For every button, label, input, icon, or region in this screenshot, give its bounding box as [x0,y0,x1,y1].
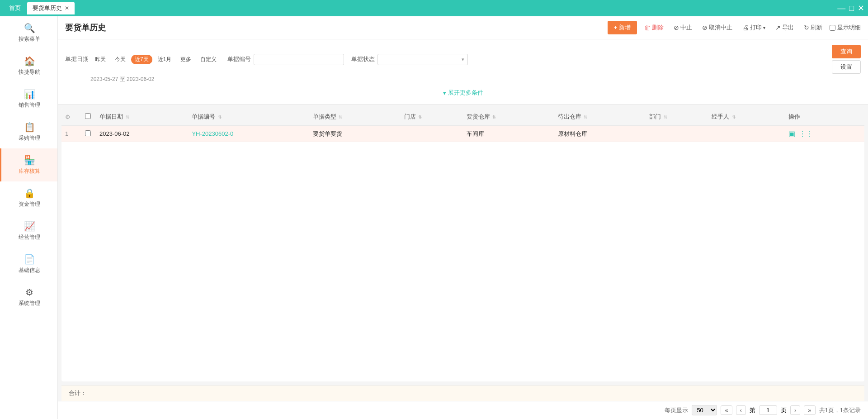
docstatus-select[interactable] [377,54,468,65]
print-icon: 🖨 [742,24,749,31]
export-button[interactable]: ↗ 导出 [773,22,797,33]
ops-icon: 📈 [24,221,35,232]
date-range-display: 2023-05-27 至 2023-06-02 [65,76,861,83]
shortcut-custom[interactable]: 自定义 [197,55,220,64]
shortcut-1month[interactable]: 近1月 [154,55,175,64]
next-page-btn[interactable]: › [790,405,800,415]
tab-close-icon[interactable]: ✕ [65,5,69,11]
col-req-warehouse[interactable]: 要货仓库 ⇅ [463,108,554,126]
col-settings[interactable]: ⚙ [61,108,80,126]
docstatus-filter-group: 单据状态 [351,54,468,65]
sys-mgmt-icon: ⚙ [25,287,33,298]
table-row: 1 2023-06-02 YH-20230602-0 要货单要货 车间库 原材料… [61,126,864,142]
tab-home[interactable]: 首页 [4,2,26,14]
purchase-icon: 📋 [24,122,35,133]
sales-icon: 📊 [24,89,35,100]
page-header: 要货单历史 + 新增 🗑 删除 ⊘ 中止 ⊘ 取消中止 🖨 [58,16,868,39]
docno-filter-label: 单据编号 [227,55,251,63]
settings-button[interactable]: 设置 [832,60,861,74]
date-filter-label: 单据日期 [65,55,89,63]
col-action: 操作 [785,108,864,126]
col-store[interactable]: 门店 ⇅ [401,108,463,126]
filter-actions: 查询 设置 [832,45,861,74]
print-dropdown-icon: ▾ [763,25,765,30]
row-checkbox[interactable] [85,130,91,136]
sidebar-item-basic-info[interactable]: 📄 基础信息 [0,248,57,281]
export-icon: ↗ [775,24,781,31]
shortcut-today[interactable]: 今天 [111,55,129,64]
sidebar-item-purchase-mgmt[interactable]: 📋 采购管理 [0,115,57,148]
sidebar-item-sales-mgmt[interactable]: 📊 销售管理 [0,82,57,115]
home-icon: 🏠 [24,56,35,67]
page-label: 第 [750,406,755,414]
filter-bar: 单据日期 昨天 今天 近7天 近1月 更多 自定义 单据编号 [58,39,868,105]
tab-requisition-history[interactable]: 要货单历史 ✕ [27,2,75,14]
last-page-btn[interactable]: » [804,405,815,415]
col-pending-warehouse[interactable]: 待出仓库 ⇅ [554,108,646,126]
sidebar-item-quick-nav[interactable]: 🏠 快捷导航 [0,49,57,82]
docstatus-select-wrapper [377,54,468,65]
refresh-button[interactable]: ↻ 刷新 [801,22,825,33]
window-controls: — □ ✕ [837,3,864,13]
refresh-icon: ↻ [804,24,809,31]
search-menu-icon: 🔍 [24,23,35,33]
display-detail-checkbox[interactable] [830,25,835,31]
query-button[interactable]: 查询 [832,45,861,58]
col-checkbox [80,108,96,126]
print-button[interactable]: 🖨 打印 ▾ [740,22,768,33]
top-bar: 首页 要货单历史 ✕ — □ ✕ [0,0,868,16]
filter-row: 单据日期 昨天 今天 近7天 近1月 更多 自定义 单据编号 [65,45,861,74]
data-table: ⚙ 单据日期 ⇅ 单据编号 ⇅ 单据类型 ⇅ 门店 ⇅ 要货仓库 ⇅ 待出仓库 … [61,108,864,142]
minimize-icon[interactable]: — [837,4,845,13]
doc-no-link[interactable]: YH-20230602-0 [192,130,233,137]
page-title: 要货单历史 [65,22,106,33]
col-handler[interactable]: 经手人 ⇅ [708,108,785,126]
row-checkbox-cell [80,126,96,142]
shortcut-7days[interactable]: 近7天 [131,55,152,64]
docno-input[interactable] [254,54,344,65]
view-action-icon[interactable]: ▣ [788,129,795,138]
expand-more-btn[interactable]: ▾ 展开更多条件 [65,87,861,99]
new-button[interactable]: + 新增 [608,21,637,34]
col-doc-no[interactable]: 单据编号 ⇅ [188,108,309,126]
shortcut-yesterday[interactable]: 昨天 [91,55,109,64]
sidebar-item-sys-mgmt[interactable]: ⚙ 系统管理 [0,281,57,314]
main-layout: 🔍 搜索菜单 🏠 快捷导航 📊 销售管理 📋 采购管理 🏪 库存核算 🔒 资金管… [0,16,868,419]
inventory-icon: 🏪 [24,155,35,166]
cell-doc-date: 2023-06-02 [96,126,188,142]
col-doc-date[interactable]: 单据日期 ⇅ [96,108,188,126]
total-label: 合计： [69,389,86,397]
stop-icon: ⊘ [674,24,679,31]
select-all-checkbox[interactable] [85,113,91,119]
row-num: 1 [61,126,80,142]
first-page-btn[interactable]: « [721,405,732,415]
more-action-icon[interactable]: ⋮⋮ [799,129,813,138]
close-icon[interactable]: ✕ [858,3,864,13]
delete-icon: 🗑 [644,24,651,31]
cell-req-warehouse: 车间库 [463,126,554,142]
sidebar-item-search-menu[interactable]: 🔍 搜索菜单 [0,16,57,49]
shortcut-more[interactable]: 更多 [177,55,195,64]
basic-info-icon: 📄 [24,254,35,265]
finance-icon: 🔒 [24,188,35,199]
page-size-select[interactable]: 50 20 100 [692,405,717,415]
page-input[interactable] [759,405,777,415]
col-doc-type[interactable]: 单据类型 ⇅ [309,108,401,126]
total-info: 共1页，1条记录 [819,406,861,414]
display-detail-toggle[interactable]: 显示明细 [830,24,861,32]
sidebar-item-ops-mgmt[interactable]: 📈 经营管理 [0,214,57,248]
table-body: 1 2023-06-02 YH-20230602-0 要货单要货 车间库 原材料… [61,126,864,142]
date-shortcuts: 昨天 今天 近7天 近1月 更多 自定义 [91,55,220,64]
cancel-stop-button[interactable]: ⊘ 取消中止 [699,22,735,33]
prev-page-btn[interactable]: ‹ [736,405,746,415]
maximize-icon[interactable]: □ [849,4,854,13]
sidebar-item-inventory[interactable]: 🏪 库存核算 [0,148,57,181]
sidebar-item-finance-mgmt[interactable]: 🔒 资金管理 [0,181,57,214]
toolbar: + 新增 🗑 删除 ⊘ 中止 ⊘ 取消中止 🖨 打印 ▾ [608,21,861,34]
page-unit: 页 [781,406,787,414]
delete-button[interactable]: 🗑 删除 [642,22,666,33]
page-size-label: 每页显示 [665,406,688,414]
stop-button[interactable]: ⊘ 中止 [671,22,695,33]
table-wrapper: ⚙ 单据日期 ⇅ 单据编号 ⇅ 单据类型 ⇅ 门店 ⇅ 要货仓库 ⇅ 待出仓库 … [61,108,864,381]
col-department[interactable]: 部门 ⇅ [646,108,708,126]
